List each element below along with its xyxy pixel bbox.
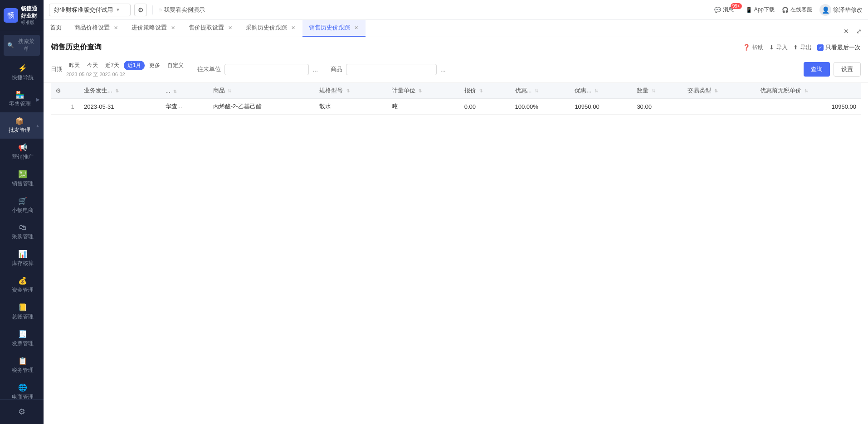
tabs-end-controls: ✕ ⤢	[837, 26, 868, 37]
import-icon: ⬇	[769, 44, 774, 51]
query-button[interactable]: 查询	[804, 62, 830, 77]
tab-close-sale-price-extract[interactable]: ✕	[227, 24, 233, 31]
tab-sale-price-extract[interactable]: 售价提取设置 ✕	[182, 20, 239, 37]
date-custom-btn[interactable]: 自定义	[165, 61, 186, 70]
search-menu-button[interactable]: 🔍 搜索菜单	[4, 35, 40, 56]
th-row-num	[66, 83, 79, 99]
sidebar-bottom: ⚙	[0, 399, 44, 424]
tab-home[interactable]: 首页	[44, 20, 68, 37]
headset-icon: 🎧	[782, 7, 789, 13]
sidebar: 畅 畅捷通好业财 标准版 🔍 搜索菜单 ⚡ 快捷导航 🏪 零售管理 ▶ 📦	[0, 0, 44, 424]
sort-icon-col3: ⇅	[173, 89, 177, 94]
sidebar-item-ledger[interactable]: 📒 总账管理	[0, 299, 44, 325]
user-menu-button[interactable]: 👤 徐泽华修改	[819, 4, 863, 16]
product-picker-button[interactable]: ...	[439, 64, 448, 75]
app-download-button[interactable]: 📱 App下载	[746, 6, 775, 14]
quick-nav-icon: ⚡	[18, 64, 27, 72]
date-last7-btn[interactable]: 近7天	[102, 61, 122, 70]
sidebar-item-tax[interactable]: 📋 税务管理	[0, 352, 44, 379]
messages-button[interactable]: 💬 消息 99+	[714, 6, 738, 14]
source-picker-button[interactable]: ...	[311, 64, 320, 75]
ledger-icon: 📒	[18, 303, 27, 312]
expand-tab-button[interactable]: ⤢	[853, 26, 864, 37]
th-biz-date[interactable]: 业务发生... ⇅	[79, 83, 161, 99]
th-trade-type[interactable]: 交易类型 ⇅	[683, 83, 756, 99]
tab-product-price[interactable]: 商品价格设置 ✕	[68, 20, 125, 37]
date-yesterday-btn[interactable]: 昨天	[66, 61, 83, 70]
th-pretax-price[interactable]: 优惠前无税单价 ⇅	[756, 83, 861, 99]
table-settings-icon[interactable]: ⚙	[55, 87, 61, 94]
sidebar-item-wholesale[interactable]: 📦 批发管理 ▲	[0, 112, 44, 139]
tab-sales-history[interactable]: 销售历史价跟踪 ✕	[302, 20, 366, 37]
sidebar-item-retail[interactable]: 🏪 零售管理 ▶	[0, 86, 44, 112]
th-qty[interactable]: 数量 ⇅	[632, 83, 683, 99]
demo-link[interactable]: ○ 我要看实例演示	[158, 6, 205, 14]
export-button[interactable]: ⬆ 导出	[793, 43, 812, 52]
tab-close-sales-history[interactable]: ✕	[353, 24, 359, 31]
ecommerce-small-icon: 🛒	[18, 197, 27, 205]
tab-close-product-price[interactable]: ✕	[112, 24, 119, 31]
sort-icon-pretax-price: ⇅	[805, 88, 808, 93]
tax-icon: 📋	[18, 357, 27, 365]
date-last1m-btn[interactable]: 近1月	[124, 61, 145, 70]
sidebar-item-invoice[interactable]: 🧾 发票管理	[0, 325, 44, 352]
import-button[interactable]: ⬇ 导入	[769, 43, 788, 52]
close-tab-button[interactable]: ✕	[841, 26, 852, 37]
th-discount-amt[interactable]: 优惠... ⇅	[570, 83, 632, 99]
td-spec: 散水	[315, 99, 387, 115]
source-input[interactable]	[224, 64, 309, 75]
sort-icon-biz-date: ⇅	[115, 88, 119, 93]
filter-actions: 查询 设置	[804, 62, 861, 77]
td-col3: 华查...	[161, 99, 209, 115]
sidebar-item-quick-nav[interactable]: ⚡ 快捷导航	[0, 59, 44, 86]
date-today-btn[interactable]: 今天	[84, 61, 101, 70]
sidebar-item-finance[interactable]: 💰 资金管理	[0, 272, 44, 299]
th-discount-pct[interactable]: 优惠... ⇅	[511, 83, 571, 99]
last-only-checkbox-label[interactable]: ✓ 只看最后一次	[817, 43, 861, 52]
sidebar-nav: ⚡ 快捷导航 🏪 零售管理 ▶ 📦 批发管理 ▲ 📢 营销推广 💹 销售管理	[0, 59, 44, 399]
date-more-btn[interactable]: 更多	[146, 61, 163, 70]
topbar: 好业财标准版交付试用 ▼ ⚙ ○ 我要看实例演示 💬 消息 99+ 📱 App下…	[44, 0, 868, 20]
page-title: 销售历史价查询	[51, 43, 102, 52]
purchase-icon: 🛍	[19, 223, 26, 231]
last-only-checkbox[interactable]: ✓	[817, 44, 824, 51]
sales-icon: 💹	[18, 170, 27, 178]
sidebar-item-purchase[interactable]: 🛍 采购管理	[0, 219, 44, 245]
chevron-right-icon: ▶	[36, 97, 40, 102]
help-button[interactable]: ❓ 帮助	[743, 43, 764, 52]
message-icon: 💬	[714, 7, 721, 13]
sidebar-item-marketing[interactable]: 📢 营销推广	[0, 139, 44, 165]
th-col3[interactable]: ... ⇅	[161, 83, 209, 99]
tab-close-price-strategy[interactable]: ✕	[170, 24, 176, 31]
workspace-selector[interactable]: 好业财标准版交付试用 ▼	[49, 4, 131, 16]
sidebar-settings-button[interactable]: ⚙	[4, 403, 40, 420]
online-service-button[interactable]: 🎧 在线客服	[782, 6, 812, 14]
th-spec[interactable]: 规格型号 ⇅	[315, 83, 387, 99]
th-product[interactable]: 商品 ⇅	[209, 83, 315, 99]
th-unit[interactable]: 计量单位 ⇅	[387, 83, 460, 99]
th-price[interactable]: 报价 ⇅	[460, 83, 511, 99]
table-area: ⚙ 业务发生... ⇅ ... ⇅ 商品 ⇅	[44, 83, 868, 122]
product-filter-label: 商品	[331, 65, 342, 73]
topbar-settings-button[interactable]: ⚙	[134, 4, 147, 16]
message-badge: 99+	[731, 3, 742, 9]
sort-icon-price: ⇅	[479, 88, 483, 93]
tab-close-purchase-history[interactable]: ✕	[290, 24, 296, 31]
sidebar-item-ecommerce-small[interactable]: 🛒 小畅电商	[0, 192, 44, 219]
settings-button[interactable]: 设置	[834, 62, 861, 77]
date-shortcuts: 昨天 今天 近7天 近1月 更多 自定义	[66, 61, 186, 70]
sidebar-item-inventory[interactable]: 📊 库存核算	[0, 245, 44, 272]
th-settings: ⚙	[51, 83, 66, 99]
export-icon: ⬆	[793, 44, 798, 51]
tab-price-strategy[interactable]: 进价策略设置 ✕	[125, 20, 182, 37]
sidebar-item-sales[interactable]: 💹 销售管理	[0, 165, 44, 192]
topbar-right: 💬 消息 99+ 📱 App下载 🎧 在线客服 👤 徐泽华修改	[714, 4, 863, 16]
sidebar-item-ecommerce[interactable]: 🌐 电商管理	[0, 379, 44, 399]
page-header-actions: ❓ 帮助 ⬇ 导入 ⬆ 导出 ✓ 只看最后一次	[743, 43, 861, 52]
selector-chevron-down-icon: ▼	[116, 7, 120, 12]
date-filter-label: 日期	[51, 65, 63, 73]
product-input[interactable]	[346, 64, 437, 75]
table-header-row: ⚙ 业务发生... ⇅ ... ⇅ 商品 ⇅	[51, 83, 861, 99]
tab-purchase-history[interactable]: 采购历史价跟踪 ✕	[239, 20, 302, 37]
page-content: 销售历史价查询 ❓ 帮助 ⬇ 导入 ⬆ 导出 ✓ 只看最后一次	[44, 37, 868, 424]
